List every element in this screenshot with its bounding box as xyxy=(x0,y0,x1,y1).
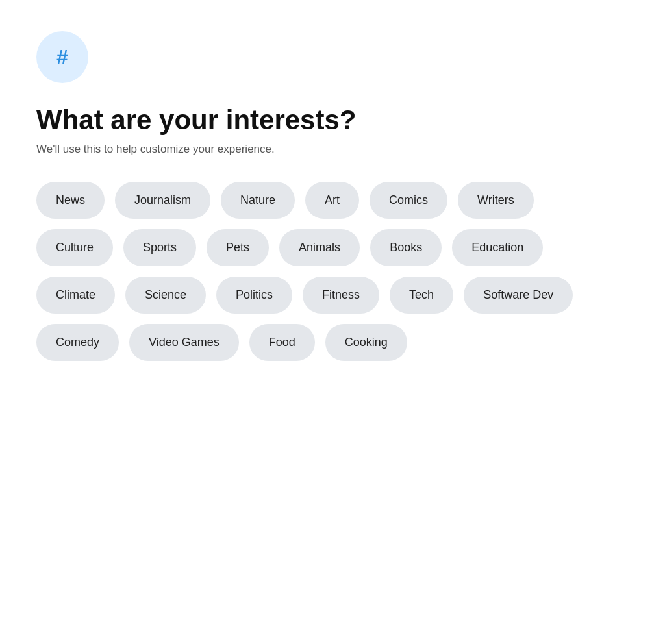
interest-pill-sports[interactable]: Sports xyxy=(123,229,196,266)
page-title: What are your interests? xyxy=(36,104,629,136)
hash-icon: # xyxy=(56,47,68,68)
interest-pill-video-games[interactable]: Video Games xyxy=(129,324,239,361)
interest-pill-animals[interactable]: Animals xyxy=(279,229,360,266)
interest-pill-pets[interactable]: Pets xyxy=(207,229,269,266)
interest-pill-food[interactable]: Food xyxy=(249,324,315,361)
interest-pill-writers[interactable]: Writers xyxy=(458,182,534,219)
interest-pill-cooking[interactable]: Cooking xyxy=(325,324,407,361)
interest-pill-comics[interactable]: Comics xyxy=(370,182,447,219)
interest-pill-software-dev[interactable]: Software Dev xyxy=(464,277,573,314)
interest-pill-journalism[interactable]: Journalism xyxy=(115,182,210,219)
interest-pill-nature[interactable]: Nature xyxy=(221,182,295,219)
interest-pill-books[interactable]: Books xyxy=(370,229,442,266)
interest-pill-art[interactable]: Art xyxy=(305,182,359,219)
hash-icon-container: # xyxy=(36,31,88,83)
interest-pill-science[interactable]: Science xyxy=(125,277,206,314)
interest-pill-climate[interactable]: Climate xyxy=(36,277,115,314)
interest-pill-tech[interactable]: Tech xyxy=(390,277,453,314)
page-subtitle: We'll use this to help customize your ex… xyxy=(36,143,629,156)
interests-grid: NewsJournalismNatureArtComicsWritersCult… xyxy=(36,182,608,361)
interest-pill-education[interactable]: Education xyxy=(452,229,543,266)
interest-pill-news[interactable]: News xyxy=(36,182,105,219)
interest-pill-comedy[interactable]: Comedy xyxy=(36,324,119,361)
interest-pill-culture[interactable]: Culture xyxy=(36,229,113,266)
interest-pill-fitness[interactable]: Fitness xyxy=(303,277,379,314)
interest-pill-politics[interactable]: Politics xyxy=(216,277,292,314)
